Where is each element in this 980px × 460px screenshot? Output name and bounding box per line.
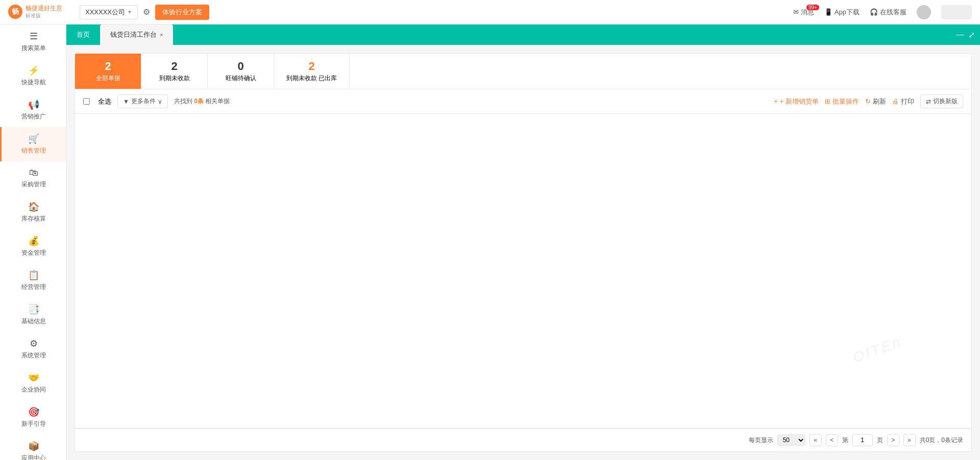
sidebar-label-sys-mgmt: 系统管理 [21, 351, 46, 360]
prev-page-button[interactable]: < [826, 434, 838, 446]
print-icon: 🖨 [892, 98, 899, 105]
sidebar-item-cooperation[interactable]: 🤝 企业协同 [0, 366, 66, 400]
tab-minimize-button[interactable]: — [956, 30, 964, 39]
summary-label-all: 全部单据 [87, 74, 129, 83]
page-suffix: 页 [877, 436, 883, 445]
toolbar-right: + + 新增销货单 ⊞ 批量操作 ↻ 刷新 🖨 打印 [774, 94, 963, 108]
refresh-icon: ↻ [865, 98, 871, 105]
basic-info-icon: 📑 [28, 304, 39, 315]
sidebar-item-purchase-mgmt[interactable]: 🛍 采购管理 [0, 161, 66, 195]
switch-icon: ⇄ [926, 98, 931, 105]
operations-icon: 📋 [28, 270, 39, 281]
switch-version-button[interactable]: ⇄ 切换新版 [920, 94, 963, 108]
filter-icon: ▼ [123, 98, 129, 105]
sidebar-item-quick-nav[interactable]: ⚡ 快捷导航 [0, 59, 66, 93]
pagination-bar: 每页显示 50 100 200 « < 第 页 > » 共0页，0条记录 [75, 428, 972, 452]
cooperation-icon: 🤝 [28, 372, 39, 383]
main-layout: ☰ 搜索菜单 ⚡ 快捷导航 📢 营销推广 🛒 销售管理 🛍 采购管理 🏠 库存核… [0, 25, 980, 460]
summary-tab-pending[interactable]: 0 旺铺待确认 [208, 54, 274, 89]
more-filter-button[interactable]: ▼ 更多条件 ∨ [117, 94, 168, 108]
refresh-button[interactable]: ↻ 刷新 [865, 97, 886, 106]
quick-nav-icon: ⚡ [28, 65, 39, 76]
sidebar-item-operations[interactable]: 📋 经营管理 [0, 263, 66, 298]
select-all-checkbox[interactable] [83, 98, 90, 105]
sidebar-item-app-center[interactable]: 📦 应用中心 [0, 434, 66, 460]
summary-label-pending: 旺铺待确认 [220, 74, 261, 83]
sidebar-label-marketing: 营销推广 [21, 112, 46, 121]
table-area [75, 114, 972, 428]
online-service-action[interactable]: 🎧 在线客服 [870, 8, 906, 17]
settings-icon[interactable]: ⚙ [143, 7, 150, 17]
avatar[interactable] [917, 5, 931, 19]
last-page-button[interactable]: » [903, 434, 916, 446]
toolbar: 全选 ▼ 更多条件 ∨ 共找到 0条 相关单据 + + 新增销货单 [75, 89, 972, 114]
sidebar-label-sales: 销售管理 [21, 147, 46, 155]
print-label: 打印 [901, 97, 914, 106]
print-button[interactable]: 🖨 打印 [892, 97, 914, 106]
summary-tab-overdue-shipped[interactable]: 2 到期未收款 已出库 [274, 54, 350, 89]
summary-count-pending: 0 [220, 60, 261, 73]
filter-label: 更多条件 [131, 97, 156, 106]
summary-tabs: 2 全部单据 2 到期未收款 0 旺铺待确认 2 到期未收款 已出库 [75, 53, 972, 89]
top-header: 畅 畅捷通好生意 标准版 XXXXXX公司 ▼ ⚙ 体验行业方案 ✉ 消息 99… [0, 0, 980, 25]
first-page-button[interactable]: « [810, 434, 822, 446]
sidebar-label-basic-info: 基础信息 [21, 317, 46, 326]
sidebar-item-search-menu[interactable]: ☰ 搜索菜单 [0, 25, 66, 59]
summary-count-overdue: 2 [154, 60, 195, 73]
sidebar-label-operations: 经营管理 [21, 283, 46, 292]
sidebar-label-inventory: 库存核算 [21, 214, 46, 223]
sidebar-item-sales-mgmt[interactable]: 🛒 销售管理 [0, 127, 66, 161]
page-content: 2 全部单据 2 到期未收款 0 旺铺待确认 2 到期未收款 已出库 [66, 45, 980, 460]
tab-workbench[interactable]: 钱货日清工作台 × [100, 25, 173, 45]
sidebar-label-finance: 资金管理 [21, 249, 46, 257]
sidebar-label-quick-nav: 快捷导航 [21, 78, 46, 87]
sidebar-item-basic-info[interactable]: 📑 基础信息 [0, 298, 66, 332]
summary-tab-all[interactable]: 2 全部单据 [75, 54, 141, 89]
next-page-button[interactable]: > [887, 434, 899, 446]
header-right: ✉ 消息 99+ 📱 App下载 🎧 在线客服 [793, 5, 972, 19]
page-label: 第 [842, 436, 848, 445]
filter-chevron-icon: ∨ [158, 98, 162, 105]
message-action[interactable]: ✉ 消息 99+ [793, 8, 814, 17]
sidebar-item-inventory[interactable]: 🏠 库存核算 [0, 195, 66, 229]
batch-operation-button[interactable]: ⊞ 批量操作 [825, 97, 859, 106]
user-name-area[interactable] [941, 5, 972, 19]
new-sales-order-button[interactable]: + + 新增销货单 [774, 97, 819, 106]
message-icon: ✉ [793, 8, 799, 16]
inventory-icon: 🏠 [28, 201, 39, 212]
sidebar-item-sys-mgmt[interactable]: ⚙ 系统管理 [0, 332, 66, 366]
try-industry-button[interactable]: 体验行业方案 [155, 5, 209, 20]
batch-label: 批量操作 [832, 97, 859, 106]
summary-count-all: 2 [87, 60, 129, 73]
refresh-label: 刷新 [873, 97, 886, 106]
marketing-icon: 📢 [28, 99, 39, 110]
select-all-label: 全选 [98, 97, 111, 106]
content-area: 首页 钱货日清工作台 × — ⤢ 2 全部单据 2 到期未收款 [66, 25, 980, 460]
per-page-label: 每页显示 [749, 436, 773, 445]
found-text: 共找到 0条 相关单据 [174, 97, 230, 106]
page-number-input[interactable] [852, 434, 873, 446]
batch-icon: ⊞ [825, 98, 830, 105]
tab-bar-actions: — ⤢ [956, 30, 980, 40]
tab-home[interactable]: 首页 [66, 25, 100, 45]
summary-count-overdue-shipped: 2 [286, 60, 337, 73]
service-icon: 🎧 [870, 8, 878, 16]
page-size-select[interactable]: 50 100 200 [777, 434, 805, 446]
company-selector[interactable]: XXXXXX公司 ▼ [80, 5, 138, 19]
tab-expand-button[interactable]: ⤢ [968, 30, 975, 40]
tab-close-icon[interactable]: × [160, 32, 163, 38]
sidebar-item-guide[interactable]: 🎯 新手引导 [0, 400, 66, 434]
summary-label-overdue: 到期未收款 [154, 74, 195, 83]
sidebar-label-guide: 新手引导 [21, 420, 46, 428]
summary-tab-overdue[interactable]: 2 到期未收款 [141, 54, 208, 89]
sidebar-item-marketing[interactable]: 📢 营销推广 [0, 93, 66, 127]
message-badge: 99+ [806, 5, 819, 10]
tab-bar: 首页 钱货日清工作台 × — ⤢ [66, 25, 980, 45]
app-download-action[interactable]: 📱 App下载 [824, 8, 860, 17]
guide-icon: 🎯 [28, 406, 39, 418]
app-center-icon: 📦 [28, 441, 39, 452]
found-count: 0条 [194, 98, 204, 105]
sidebar-label-app-center: 应用中心 [21, 454, 46, 460]
sidebar-item-finance[interactable]: 💰 资金管理 [0, 229, 66, 263]
sidebar: ☰ 搜索菜单 ⚡ 快捷导航 📢 营销推广 🛒 销售管理 🛍 采购管理 🏠 库存核… [0, 25, 66, 460]
